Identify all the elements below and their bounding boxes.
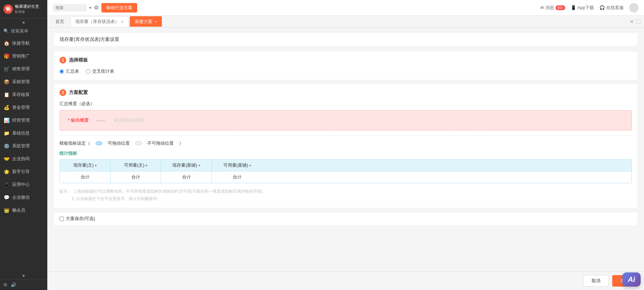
sidebar-item-operations[interactable]: 📊 经营管理 — [0, 114, 47, 127]
step1-header: 1 选择模板 — [59, 57, 632, 64]
tab-inventory-status-close[interactable]: × — [121, 20, 123, 24]
sidebar-item-enterprise[interactable]: 🤝 企业协同 — [0, 152, 47, 165]
sidebar-item-label: 畅会员 — [12, 207, 25, 213]
topbar-gear-icon[interactable]: ⚙ — [94, 4, 99, 11]
section-divider — [59, 135, 632, 136]
sidebar-item-inventory[interactable]: 📋 库存核算 — [0, 88, 47, 101]
tab-expand-button[interactable]: ⛶ — [636, 19, 641, 24]
tips-item-2: 2. 点击标题栏下拉可设置排序、插入列和删除列 — [72, 195, 632, 203]
app-center-icon: 📱 — [3, 182, 9, 188]
sidebar-item-marketing[interactable]: 🎁 营销推广 — [0, 50, 47, 63]
settings-icon[interactable]: ⚙ — [3, 282, 7, 287]
save-scheme-checkbox-label[interactable]: 方案保存(可选) — [59, 216, 632, 222]
phone-icon: 📱 — [571, 5, 576, 10]
save-scheme-area: 方案保存(可选) — [54, 212, 637, 225]
member-icon: 👑 — [3, 207, 9, 213]
sidebar-item-app-center[interactable]: 📱 应用中心 — [0, 178, 47, 191]
message-icon: ✉ — [540, 5, 544, 10]
tab-inventory-status[interactable]: 现存量（库存状况表） × — [70, 16, 128, 27]
step1-card: 1 选择模板 汇总表 交叉统计表 — [54, 51, 637, 80]
sidebar-item-label: 快捷导航 — [12, 40, 30, 46]
stats-cell-0-1: 合计 — [110, 171, 161, 183]
tab-new-scheme-close[interactable]: × — [154, 20, 156, 24]
stats-cell-0-3: 合计 — [212, 171, 263, 183]
tab-inventory-status-label: 现存量（库存状况表） — [75, 19, 119, 25]
stats-table-header: 现存量(主) ▾ 可用量(主) ▾ 现存量(基辅) ▾ 可用量(基辅) ▾ — [60, 160, 631, 171]
step2-header: 2 方案配置 — [59, 89, 632, 96]
trial-button[interactable]: 体验行业方案 — [101, 3, 137, 13]
radio-summary-label: 汇总表 — [66, 68, 79, 74]
inventory-icon: 📋 — [3, 92, 9, 98]
stats-col-0[interactable]: 现存量(主) ▾ — [60, 160, 110, 171]
sidebar-item-label: 库存核算 — [12, 92, 30, 98]
search-menu[interactable]: 🔍 搜索菜单 — [0, 25, 47, 37]
sidebar-item-sales[interactable]: 🛒 销售管理 — [0, 63, 47, 75]
sidebar-item-label: 企业微信 — [12, 194, 30, 200]
tips-box: 提示： 1.拖动标题栏可以调整布局，不可跨维度或指标区域拖动栏目字段(只能在同一… — [59, 188, 632, 202]
sidebar-item-new-guide[interactable]: 🌟 新手引导 — [0, 165, 47, 178]
scroll-down-arrow[interactable]: ▼ — [0, 272, 47, 279]
sidebar-item-purchase[interactable]: 📦 采购管理 — [0, 75, 47, 88]
finance-icon: 💰 — [3, 104, 9, 111]
scroll-up-arrow[interactable]: ▲ — [0, 19, 47, 25]
volume-icon[interactable]: 🔊 — [11, 282, 16, 287]
sidebar-item-label: 应用中心 — [12, 182, 30, 188]
search-input[interactable] — [53, 4, 86, 11]
step1-number: 1 — [59, 57, 66, 64]
template-indicator: 模板指标设定（ 可拖动位置 不可拖动位置 ） — [59, 140, 632, 146]
draggable-label: 可拖动位置 — [108, 140, 130, 146]
sidebar-item-quick-nav[interactable]: 🏠 快捷导航 — [0, 37, 47, 50]
tab-home-label: 首页 — [55, 19, 64, 25]
stats-cell-0-0: 合计 — [60, 171, 110, 183]
step2-title: 方案配置 — [69, 90, 88, 96]
radio-crosstab-input[interactable] — [86, 69, 90, 74]
sidebar-item-wechat[interactable]: 💬 企业微信 — [0, 191, 47, 204]
stats-col-0-chevron[interactable]: ▾ — [95, 164, 97, 167]
stats-col-2-chevron[interactable]: ▾ — [199, 164, 200, 167]
save-scheme-checkbox[interactable] — [59, 217, 64, 221]
app-name: 畅康通好生意 — [15, 4, 39, 9]
purchase-icon: 📦 — [3, 79, 9, 85]
stats-col-1[interactable]: 可用量(主) ▾ — [110, 160, 161, 171]
ai-fab-button[interactable]: Ai — [622, 272, 641, 287]
stats-title: 统计指标 — [59, 150, 632, 156]
radio-crosstab[interactable]: 交叉统计表 — [86, 68, 114, 74]
sidebar-item-finance[interactable]: 💰 资金管理 — [0, 101, 47, 114]
step1-title: 选择模板 — [69, 57, 88, 63]
step2-card: 2 方案配置 汇总维度（必选） * 纵向维度 —— 请选择分组维度 模板指标设定… — [54, 84, 637, 208]
sidebar: 畅 畅康通好生意 标准版 ▲ 🔍 搜索菜单 🏠 快捷导航 🎁 营销推广 🛒 销售… — [0, 0, 47, 290]
cancel-button[interactable]: 取消 — [583, 275, 609, 287]
topbar-dropdown-button[interactable]: ▾ — [89, 5, 91, 10]
operations-icon: 📊 — [3, 117, 9, 123]
basic-info-icon: 📁 — [3, 130, 9, 136]
chevron-down-icon: ▾ — [89, 5, 91, 10]
sidebar-item-label: 销售管理 — [12, 66, 30, 72]
stats-col-3-chevron[interactable]: ▾ — [249, 164, 251, 167]
dimension-dash: —— — [97, 118, 105, 123]
sidebar-item-basic-info[interactable]: 📁 基础信息 — [0, 127, 47, 140]
stats-col-0-label: 现存量(主) — [73, 162, 94, 168]
template-indicator-suffix: ） — [179, 140, 183, 146]
sidebar-nav: 🏠 快捷导航 🎁 营销推广 🛒 销售管理 📦 采购管理 📋 库存核算 💰 资金管… — [0, 37, 47, 272]
sidebar-item-member[interactable]: 👑 畅会员 — [0, 204, 47, 217]
new-guide-icon: 🌟 — [3, 169, 9, 175]
tabbar: 首页 现存量（库存状况表） × 新建方案 × ✕ ⛶ — [47, 16, 644, 28]
user-avatar[interactable] — [629, 3, 639, 13]
message-button[interactable]: ✉ 消息 99+ — [540, 5, 565, 11]
stats-table: 现存量(主) ▾ 可用量(主) ▾ 现存量(基辅) ▾ 可用量(基辅) ▾ — [59, 159, 632, 183]
radio-summary[interactable]: 汇总表 — [59, 68, 79, 74]
service-button[interactable]: 🎧 在线客服 — [599, 5, 624, 11]
radio-summary-input[interactable] — [59, 69, 64, 74]
tab-close-button[interactable]: ✕ — [630, 19, 634, 24]
tab-new-scheme[interactable]: 新建方案 × — [130, 16, 162, 27]
sidebar-item-system[interactable]: ⚙️ 系统管理 — [0, 140, 47, 152]
app-download-button[interactable]: 📱 App下载 — [571, 5, 594, 11]
stats-col-2[interactable]: 现存量(基辅) ▾ — [161, 160, 212, 171]
sidebar-item-label: 基础信息 — [12, 130, 30, 136]
app-edition: 标准版 — [15, 9, 39, 14]
topbar-right: ✉ 消息 99+ 📱 App下载 🎧 在线客服 — [540, 3, 639, 13]
stats-col-3[interactable]: 可用量(基辅) ▾ — [212, 160, 263, 171]
tab-home[interactable]: 首页 — [51, 17, 69, 27]
sidebar-item-label: 资金管理 — [12, 104, 30, 111]
stats-col-1-chevron[interactable]: ▾ — [146, 164, 147, 167]
